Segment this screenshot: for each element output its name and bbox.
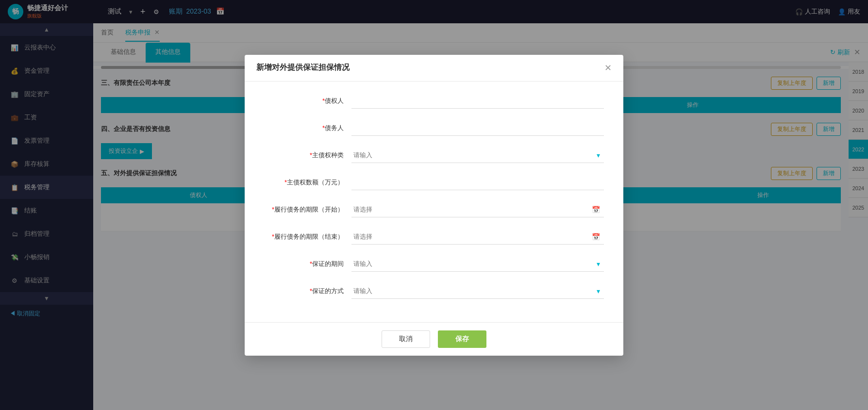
form-row-guarantee-method: *保证的方式 ▾ xyxy=(264,283,604,299)
modal-body: *债权人 *债务人 *主债权种类 xyxy=(245,82,623,322)
select-debt-type[interactable] xyxy=(351,148,604,163)
calendar-icon-start[interactable]: 📅 xyxy=(592,206,600,213)
input-debt-amount[interactable] xyxy=(351,175,604,190)
input-creditor[interactable] xyxy=(351,93,604,109)
modal-dialog: 新增对外提供保证担保情况 ✕ *债权人 *债务人 xyxy=(245,55,623,356)
label-debt-amount: *主债权数额（万元） xyxy=(264,178,351,187)
select-guarantee-method[interactable] xyxy=(351,283,604,299)
date-wrap-start: 📅 xyxy=(351,202,604,217)
label-debt-type: *主债权种类 xyxy=(264,151,351,160)
label-debtor: *债务人 xyxy=(264,124,351,132)
date-input-end[interactable] xyxy=(351,229,604,245)
form-row-debtor: *债务人 xyxy=(264,120,604,136)
form-row-debt-amount: *主债权数额（万元） xyxy=(264,175,604,190)
date-input-start[interactable] xyxy=(351,202,604,217)
modal-title: 新增对外提供保证担保情况 xyxy=(256,63,350,73)
select-wrap-debt-type: ▾ xyxy=(351,148,604,163)
calendar-icon-end[interactable]: 📅 xyxy=(592,233,600,241)
select-wrap-guarantee-method: ▾ xyxy=(351,283,604,299)
input-debtor[interactable] xyxy=(351,120,604,136)
date-wrap-end: 📅 xyxy=(351,229,604,245)
label-guarantee-period: *保证的期间 xyxy=(264,260,351,268)
modal-close-button[interactable]: ✕ xyxy=(604,63,612,73)
form-row-debt-type: *主债权种类 ▾ xyxy=(264,148,604,163)
save-button[interactable]: 保存 xyxy=(438,330,486,348)
label-guarantee-method: *保证的方式 xyxy=(264,287,351,295)
form-row-period-end: *履行债务的期限（结束） 📅 xyxy=(264,229,604,245)
form-row-guarantee-period: *保证的期间 ▾ xyxy=(264,256,604,272)
form-row-period-start: *履行债务的期限（开始） 📅 xyxy=(264,202,604,217)
modal-overlay: 新增对外提供保证担保情况 ✕ *债权人 *债务人 xyxy=(0,0,868,410)
cancel-button[interactable]: 取消 xyxy=(382,330,430,348)
select-wrap-guarantee-period: ▾ xyxy=(351,256,604,272)
modal-footer: 取消 保存 xyxy=(245,322,623,356)
form-row-creditor: *债权人 xyxy=(264,93,604,109)
label-period-end: *履行债务的期限（结束） xyxy=(264,232,351,241)
modal-header: 新增对外提供保证担保情况 ✕ xyxy=(245,55,623,82)
select-guarantee-period[interactable] xyxy=(351,256,604,272)
label-creditor: *债权人 xyxy=(264,97,351,105)
label-period-start: *履行债务的期限（开始） xyxy=(264,205,351,214)
